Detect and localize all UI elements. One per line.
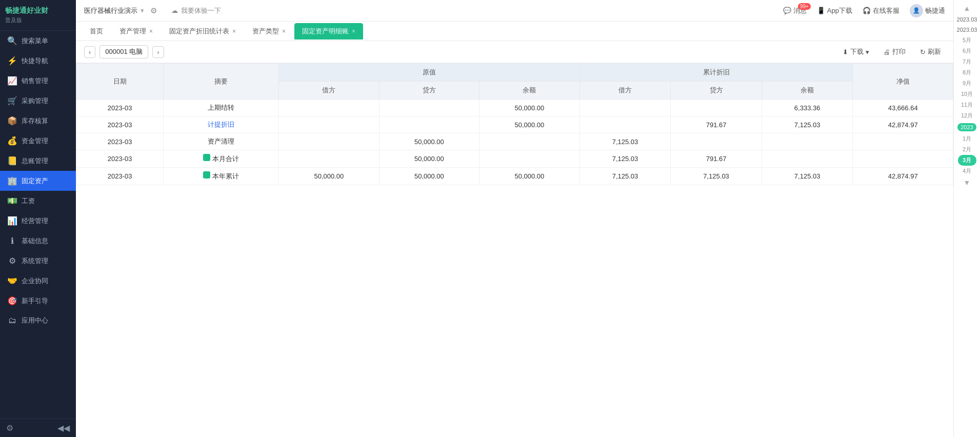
nav-icon-8: 💵 (7, 196, 17, 206)
cell-accum-debit (579, 116, 671, 133)
app-name: 畅捷通好业财 (5, 6, 48, 15)
cell-accum-balance: 7,125.03 (762, 116, 853, 133)
prev-asset-button[interactable]: ‹ (84, 46, 95, 58)
sidebar-label-13: 新手引导 (22, 296, 48, 306)
cell-orig-credit: 50,000.00 (379, 168, 479, 185)
cell-accum-credit (671, 133, 762, 150)
cell-net-value: 42,874.97 (853, 168, 953, 185)
sidebar-item-快捷导航[interactable]: ⚡快捷导航 (0, 51, 76, 71)
nav-icon-3: 🛒 (7, 96, 17, 106)
cell-orig-credit: 50,000.00 (379, 133, 479, 150)
customer-service-label: 在线客服 (873, 6, 899, 15)
cell-orig-debit (279, 150, 379, 168)
topbar-gear-icon[interactable]: ⚙ (150, 6, 157, 15)
timeline-down-arrow[interactable]: ▼ (964, 178, 971, 187)
tab-1[interactable]: 资产管理× (112, 23, 161, 39)
table-row: 2023-03 上期结转 50,000.00 6,333.36 43,666.6… (76, 100, 953, 116)
cell-accum-balance (762, 150, 853, 168)
sidebar-label-3: 采购管理 (22, 96, 48, 106)
timeline-month-5[interactable]: 5月 (958, 35, 976, 46)
user-avatar: 👤 (910, 4, 923, 17)
user-menu[interactable]: 👤 畅捷通 (910, 4, 945, 17)
sidebar: 畅捷通好业财 普及版 🔍搜索菜单⚡快捷导航📈销售管理🛒采购管理📦库存核算💰资金管… (0, 0, 76, 437)
timeline-month-12[interactable]: 12月 (958, 110, 976, 121)
cell-summary: 上期结转 (164, 100, 279, 116)
sidebar-item-库存核算[interactable]: 📦库存核算 (0, 111, 76, 131)
settings-icon[interactable]: ⚙ (6, 423, 13, 433)
sidebar-item-系统管理[interactable]: ⚙系统管理 (0, 251, 76, 271)
timeline-month-8[interactable]: 8月 (958, 67, 976, 78)
th-summary: 摘要 (164, 64, 279, 100)
refresh-button[interactable]: ↻ 刷新 (916, 45, 945, 58)
sidebar-item-应用中心[interactable]: 🗂应用中心 (0, 311, 76, 330)
tab-close-4[interactable]: × (352, 28, 355, 35)
sidebar-item-固定资产[interactable]: 🏢固定资产 (0, 171, 76, 191)
timeline-month-3[interactable]: 3月 (958, 155, 976, 166)
sidebar-item-经营管理[interactable]: 📊经营管理 (0, 211, 76, 231)
download-button[interactable]: ⬇ 下载 ▾ (838, 45, 873, 58)
cell-net-value: 43,666.64 (853, 100, 953, 116)
sidebar-item-销售管理[interactable]: 📈销售管理 (0, 71, 76, 91)
timeline-up-arrow[interactable]: ▲ (964, 4, 971, 12)
cell-accum-credit (671, 100, 762, 116)
timeline-date-2: 2023.03 (957, 27, 977, 33)
cell-orig-credit (379, 116, 479, 133)
timeline-month-11[interactable]: 11月 (958, 100, 976, 110)
cell-date: 2023-03 (76, 133, 164, 150)
tab-4[interactable]: 固定资产明细账× (294, 23, 363, 39)
sidebar-label-8: 工资 (22, 196, 35, 206)
th-net-value: 净值 (853, 64, 953, 100)
sidebar-item-采购管理[interactable]: 🛒采购管理 (0, 91, 76, 111)
tab-2[interactable]: 固定资产折旧统计表× (162, 23, 244, 39)
tab-3[interactable]: 资产类型× (245, 23, 293, 39)
company-selector[interactable]: 医疗器械行业演示 ▾ (84, 6, 144, 15)
sidebar-item-新手引导[interactable]: 🎯新手引导 (0, 291, 76, 311)
cell-orig-balance: 50,000.00 (479, 100, 580, 116)
message-icon: 💬 (783, 7, 791, 14)
timeline-month-2[interactable]: 2月 (958, 144, 976, 155)
cell-accum-balance: 7,125.03 (762, 168, 853, 185)
app-edition: 普及版 (5, 16, 71, 24)
collapse-icon[interactable]: ◀◀ (57, 423, 70, 433)
sidebar-item-工资[interactable]: 💵工资 (0, 191, 76, 211)
next-asset-button[interactable]: › (152, 46, 164, 58)
timeline-month-1[interactable]: 1月 (958, 133, 976, 144)
table-row: 2023-03 资产清理 50,000.00 7,125.03 (76, 133, 953, 150)
headset-icon: 🎧 (863, 7, 871, 14)
cell-summary: 计提折旧 (164, 116, 279, 133)
sub-toolbar: ‹ 000001 电脑 › ⬇ 下载 ▾ 🖨 打印 ↻ (76, 41, 953, 63)
sidebar-item-总账管理[interactable]: 📒总账管理 (0, 151, 76, 171)
print-icon: 🖨 (884, 48, 890, 56)
sidebar-label-7: 固定资产 (22, 176, 48, 186)
timeline-month-7[interactable]: 7月 (958, 56, 976, 67)
experience-button[interactable]: ☁ 我要体验一下 (171, 6, 221, 15)
sidebar-item-资金管理[interactable]: 💰资金管理 (0, 131, 76, 151)
tab-close-2[interactable]: × (232, 28, 236, 35)
sidebar-item-基础信息[interactable]: ℹ基础信息 (0, 231, 76, 251)
customer-service-button[interactable]: 🎧 在线客服 (863, 6, 899, 15)
sidebar-item-搜索菜单[interactable]: 🔍搜索菜单 (0, 31, 76, 51)
print-button[interactable]: 🖨 打印 (879, 45, 910, 58)
sidebar-label-4: 库存核算 (22, 116, 48, 126)
message-badge: 99+ (798, 3, 811, 10)
sidebar-label-12: 企业协同 (22, 276, 48, 286)
timeline-month-4[interactable]: 4月 (958, 166, 976, 176)
app-download-button[interactable]: 📱 App下载 (817, 6, 852, 15)
tab-label-1: 资产管理 (119, 27, 146, 36)
timeline-month-6[interactable]: 6月 (958, 46, 976, 56)
sidebar-label-5: 资金管理 (22, 136, 48, 146)
tab-close-3[interactable]: × (282, 28, 286, 35)
app-logo: 畅捷通好业财 (5, 6, 71, 15)
message-button[interactable]: 💬 消息 99+ (783, 6, 807, 15)
cell-accum-debit: 7,125.03 (579, 133, 671, 150)
tab-0[interactable]: 首页 (82, 23, 111, 39)
timeline-month-10[interactable]: 10月 (958, 89, 976, 100)
tab-close-1[interactable]: × (149, 28, 153, 35)
timeline-panel: ▲ 2023.03 2023.03 5月 6月 7月 8月 9月 10月 11月… (953, 0, 980, 437)
main-content: 医疗器械行业演示 ▾ ⚙ ☁ 我要体验一下 💬 消息 99+ 📱 App下载 🎧… (76, 0, 953, 437)
nav-icon-0: 🔍 (7, 36, 17, 46)
download-label: 下载 (850, 47, 864, 56)
sidebar-item-企业协同[interactable]: 🤝企业协同 (0, 271, 76, 291)
timeline-month-9[interactable]: 9月 (958, 78, 976, 89)
chevron-down-icon: ▾ (141, 7, 144, 14)
